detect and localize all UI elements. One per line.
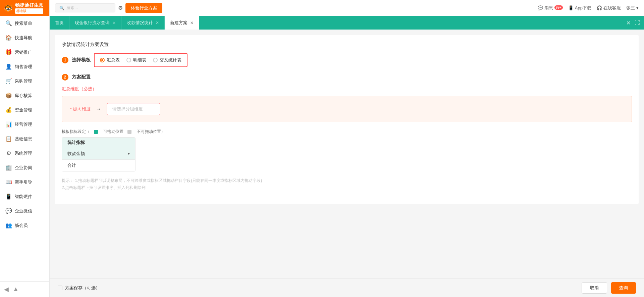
sidebar-item-enterprise[interactable]: 🏢 企业协同 [0, 160, 49, 175]
sidebar-item-operation[interactable]: 📊 经营管理 [0, 117, 49, 132]
radio-detail-circle[interactable] [126, 58, 131, 62]
tabs-right: ✕ ⛶ [622, 16, 644, 30]
online-service-label: 在线客服 [603, 5, 621, 11]
stats-table: 统计指标 收款金额 ▾ 合计 [62, 137, 136, 171]
sidebar-item-label: 销售管理 [15, 64, 32, 70]
tab-home-label: 首页 [55, 20, 64, 26]
radio-detail[interactable]: 明细表 [126, 57, 146, 63]
app-icon: 📱 [568, 5, 574, 10]
tab-new-plan-label: 新建方案 [170, 20, 187, 26]
topbar-left: 🔍 搜索... ⚙ 体验行业方案 [55, 3, 532, 13]
service-icon: 🎧 [597, 5, 602, 10]
main-card: 收款情况统计方案设置 1 选择模板 汇总表 明细表 [55, 35, 639, 204]
sidebar-item-marketing[interactable]: 🎁 营销推广 [0, 45, 49, 59]
sidebar-item-system[interactable]: ⚙ 系统管理 [0, 146, 49, 160]
tips-line-2: 2.点击标题栏下拉可设置排序、插入列和删除列 [62, 185, 632, 191]
stats-row-name: 合计 [67, 163, 76, 168]
save-label: 方案保存（可选） [65, 285, 100, 291]
sidebar-item-purchase[interactable]: 🛒 采购管理 [0, 74, 49, 88]
radio-summary-circle[interactable] [100, 58, 105, 62]
trial-button[interactable]: 体验行业方案 [125, 3, 162, 13]
purchase-icon: 🛒 [5, 78, 12, 84]
tab-bank-flow-close[interactable]: ✕ [112, 20, 116, 25]
tab-new-plan-close[interactable]: ✕ [190, 20, 194, 25]
sidebar-bottom-icon1[interactable]: ◀ [4, 286, 9, 293]
sales-icon: 👤 [5, 63, 12, 70]
content-area: 收款情况统计方案设置 1 选择模板 汇总表 明细表 [50, 30, 644, 278]
tab-new-plan[interactable]: 新建方案 ✕ [165, 16, 199, 30]
dimension-area: * 纵向维度 → 请选择分组维度 [62, 96, 632, 122]
bottom-bar: 方案保存（可选） 取消 查询 [50, 278, 644, 297]
gear-icon[interactable]: ⚙ [118, 5, 123, 11]
cancel-button[interactable]: 取消 [582, 282, 607, 294]
member-icon: 👥 [5, 222, 12, 229]
sidebar: 🐯 畅捷通好生意 标准版 🔍 搜索菜单 🏠 快速导航 🎁 营销推广 👤 销售管理… [0, 0, 50, 297]
tabs-maximize-icon[interactable]: ⛶ [635, 20, 640, 26]
save-checkbox[interactable] [58, 286, 62, 290]
search-placeholder: 搜索... [66, 5, 78, 11]
arrow-icon: → [96, 106, 101, 112]
guide-icon: 📖 [5, 179, 12, 185]
sidebar-item-search-menu[interactable]: 🔍 搜索菜单 [0, 16, 49, 31]
radio-summary-label: 汇总表 [107, 57, 120, 63]
stats-table-title: 统计指标 [67, 140, 85, 145]
radio-summary[interactable]: 汇总表 [100, 57, 120, 63]
sidebar-item-inventory[interactable]: 📦 库存核算 [0, 88, 49, 103]
hardware-icon: 📱 [5, 193, 12, 200]
inventory-icon: 📦 [5, 92, 12, 99]
tab-bank-flow[interactable]: 现金银行流水查询 ✕ [69, 16, 121, 30]
tips-line-1: 提示： 1.拖动标题栏可以调整布局，不可跨维度或指标区域拖动栏目字段(只能在同一… [62, 178, 632, 184]
search-bar[interactable]: 🔍 搜索... [55, 3, 115, 12]
app-download-item[interactable]: 📱 App下载 [568, 5, 591, 11]
stats-table-data-row: 合计 [62, 160, 135, 171]
sidebar-item-member[interactable]: 👥 畅会员 [0, 218, 49, 233]
radio-detail-label: 明细表 [133, 57, 146, 63]
step2-section: 2 方案配置 汇总维度（必选） * 纵向维度 → 请选择分组维度 [62, 74, 632, 191]
sidebar-item-label: 企业协同 [15, 165, 32, 171]
tab-receipt-stats[interactable]: 收款情况统计 ✕ [121, 16, 165, 30]
finance-icon: 💰 [5, 107, 12, 113]
dimension-select[interactable]: 请选择分组维度 [107, 103, 160, 115]
sidebar-item-guide[interactable]: 📖 新手引导 [0, 175, 49, 189]
sidebar-item-label: 经营管理 [15, 121, 32, 128]
sidebar-item-finance[interactable]: 💰 资金管理 [0, 103, 49, 117]
metrics-indicator-row: 模板指标设定（ 可拖动位置 不可拖动位置） [62, 129, 632, 135]
chevron-down-icon: ▾ [636, 5, 639, 10]
sidebar-item-label: 企业微信 [15, 208, 32, 214]
online-service-item[interactable]: 🎧 在线客服 [597, 5, 621, 11]
message-item[interactable]: 💬 消息 99+ [538, 5, 563, 11]
non-draggable-label: 不可拖动位置） [137, 129, 165, 135]
sidebar-bottom: ◀ ▲ [0, 281, 49, 297]
sidebar-item-hardware[interactable]: 📱 智能硬件 [0, 189, 49, 204]
topbar-right: 💬 消息 99+ 📱 App下载 🎧 在线客服 张三 ▾ [538, 5, 639, 11]
metrics-section-label: 模板指标设定（ [62, 129, 90, 135]
step2-number: 2 [62, 74, 68, 81]
sidebar-item-wechat[interactable]: 💬 企业微信 [0, 204, 49, 218]
row-dimension-label: * 纵向维度 [70, 106, 91, 112]
logo-badge: 标准版 [15, 8, 43, 14]
tab-home[interactable]: 首页 [50, 16, 69, 30]
tabs-close-icon[interactable]: ✕ [626, 20, 631, 26]
sidebar-item-label: 畅会员 [15, 222, 28, 229]
sidebar-item-basic-info[interactable]: 📋 基础信息 [0, 132, 49, 146]
template-selector: 汇总表 明细表 交叉统计表 [94, 53, 187, 67]
radio-cross-circle[interactable] [153, 58, 158, 62]
page-title: 收款情况统计方案设置 [62, 42, 632, 48]
tab-receipt-stats-label: 收款情况统计 [127, 20, 153, 26]
sidebar-bottom-icon2[interactable]: ▲ [13, 286, 19, 293]
query-button[interactable]: 查询 [611, 282, 636, 294]
stats-table-col-row: 收款金额 ▾ [62, 148, 135, 160]
sidebar-item-sales[interactable]: 👤 销售管理 [0, 59, 49, 74]
col-dropdown-icon[interactable]: ▾ [128, 151, 130, 156]
app-download-label: App下载 [575, 5, 591, 11]
basic-info-icon: 📋 [5, 136, 12, 142]
radio-cross[interactable]: 交叉统计表 [153, 57, 181, 63]
sidebar-item-quick-nav[interactable]: 🏠 快速导航 [0, 31, 49, 45]
user-item[interactable]: 张三 ▾ [626, 5, 639, 11]
sidebar-item-label: 智能硬件 [15, 194, 32, 200]
draggable-badge [94, 130, 98, 134]
step1-title: 选择模板 [72, 57, 91, 63]
tab-receipt-stats-close[interactable]: ✕ [156, 20, 159, 25]
radio-cross-label: 交叉统计表 [160, 57, 181, 63]
logo-text: 畅捷通好生意 [15, 2, 43, 8]
